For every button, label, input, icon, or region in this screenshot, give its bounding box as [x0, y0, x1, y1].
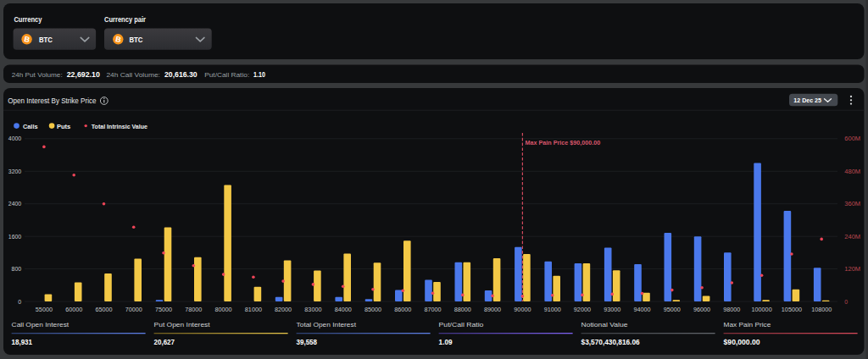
svg-text:0: 0 [844, 299, 848, 305]
svg-text:480M: 480M [844, 168, 860, 174]
svg-text:600M: 600M [844, 135, 860, 141]
svg-text:Put Open Interest: Put Open Interest [154, 321, 210, 329]
svg-text:90000: 90000 [514, 306, 531, 313]
svg-text:0: 0 [18, 299, 21, 305]
svg-text:85000: 85000 [364, 306, 381, 313]
svg-text:$90,000.00: $90,000.00 [724, 338, 760, 346]
svg-text:3200: 3200 [8, 168, 21, 174]
svg-text:Total Intrinsic Value: Total Intrinsic Value [92, 123, 147, 130]
svg-text:$3,570,430,816.06: $3,570,430,816.06 [581, 338, 640, 346]
svg-text:83000: 83000 [304, 306, 321, 313]
svg-text:20,616.30: 20,616.30 [164, 70, 198, 79]
svg-text:92000: 92000 [574, 306, 591, 313]
svg-text:Put/Call Ratio: Put/Call Ratio [439, 321, 484, 329]
svg-text:Currency: Currency [14, 15, 42, 24]
svg-text:2400: 2400 [8, 201, 21, 207]
svg-text:240M: 240M [844, 234, 860, 240]
svg-text:1.10: 1.10 [253, 70, 265, 79]
svg-text:22,692.10: 22,692.10 [67, 70, 100, 79]
svg-text:4000: 4000 [8, 135, 21, 141]
svg-text:82000: 82000 [275, 306, 292, 313]
svg-text:89000: 89000 [484, 306, 501, 313]
svg-text:Max Pain Price $90,000.00: Max Pain Price $90,000.00 [526, 139, 601, 146]
svg-text:94000: 94000 [633, 306, 650, 313]
svg-text:75000: 75000 [155, 306, 172, 313]
svg-text:100000: 100000 [752, 306, 772, 313]
svg-text:Currency pair: Currency pair [104, 15, 147, 24]
svg-text:60000: 60000 [65, 306, 82, 313]
svg-text:BTC: BTC [130, 36, 143, 44]
svg-text:88000: 88000 [454, 306, 471, 313]
svg-text:800: 800 [12, 266, 22, 272]
svg-text:Call Open Interest: Call Open Interest [12, 321, 70, 329]
svg-text:93000: 93000 [604, 306, 620, 313]
svg-text:Calls: Calls [23, 123, 38, 130]
svg-text:24h Call Volume:: 24h Call Volume: [106, 71, 160, 79]
svg-text:39,558: 39,558 [297, 338, 318, 346]
svg-text:87000: 87000 [424, 306, 441, 313]
svg-text:Puts: Puts [57, 123, 70, 130]
svg-text:24h Put Volume:: 24h Put Volume: [12, 71, 63, 79]
svg-text:BTC: BTC [39, 36, 53, 44]
svg-text:Put/Call Ratio:: Put/Call Ratio: [204, 71, 249, 79]
svg-text:55000: 55000 [36, 306, 53, 313]
svg-text:78000: 78000 [185, 306, 202, 313]
svg-text:12 Dec 25: 12 Dec 25 [793, 97, 821, 104]
svg-text:95000: 95000 [664, 306, 681, 313]
svg-text:96000: 96000 [693, 306, 710, 313]
svg-text:1600: 1600 [8, 234, 21, 240]
svg-text:91000: 91000 [544, 306, 561, 313]
svg-text:18,931: 18,931 [12, 338, 33, 346]
svg-text:108000: 108000 [811, 306, 832, 313]
svg-text:Total Open Interest: Total Open Interest [297, 321, 356, 329]
svg-text:81000: 81000 [245, 306, 262, 313]
svg-text:20,627: 20,627 [154, 338, 175, 346]
svg-text:84000: 84000 [335, 306, 352, 313]
svg-text:Notional Value: Notional Value [581, 321, 628, 329]
svg-text:98000: 98000 [723, 306, 740, 313]
svg-text:1.09: 1.09 [439, 338, 453, 346]
svg-text:360M: 360M [844, 201, 860, 207]
svg-text:65000: 65000 [95, 306, 112, 313]
svg-text:Max Pain Price: Max Pain Price [724, 321, 771, 329]
svg-text:80000: 80000 [215, 306, 232, 313]
svg-text:Open Interest By Strike Price: Open Interest By Strike Price [8, 97, 97, 105]
svg-text:120M: 120M [844, 266, 860, 272]
svg-text:86000: 86000 [394, 306, 411, 313]
svg-text:105000: 105000 [782, 306, 802, 313]
svg-text:70000: 70000 [125, 306, 142, 313]
